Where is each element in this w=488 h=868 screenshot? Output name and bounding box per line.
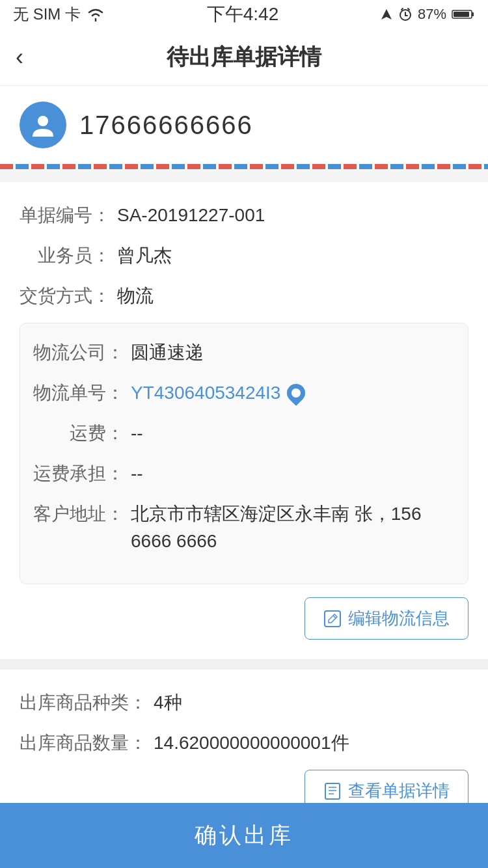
edit-logistics-label: 编辑物流信息 xyxy=(348,607,450,630)
salesman-row: 业务员： 曾凡杰 xyxy=(20,242,468,269)
document-info-section: 单据编号： SA-20191227-001 业务员： 曾凡杰 交货方式： 物流 … xyxy=(0,182,488,659)
svg-line-5 xyxy=(408,8,409,10)
freight-bear-value: -- xyxy=(124,460,455,487)
document-icon xyxy=(323,782,342,800)
goods-types-label: 出库商品种类： xyxy=(20,689,147,716)
logistics-company-label: 物流公司： xyxy=(33,339,124,366)
tracking-location-icon[interactable] xyxy=(284,380,310,406)
doc-number-value: SA-20191227-001 xyxy=(111,202,468,229)
freight-bear-label: 运费承担： xyxy=(33,460,124,487)
goods-quantity-row: 出库商品数量： 14.620000000000001件 xyxy=(20,729,468,757)
battery-label: 87% xyxy=(418,6,446,23)
logistics-card: 物流公司： 圆通速递 物流单号： YT43064053424I3 运费： -- … xyxy=(20,323,468,584)
user-header: 17666666666 xyxy=(0,86,488,164)
battery-icon xyxy=(452,8,475,20)
doc-number-label: 单据编号： xyxy=(20,202,111,229)
address-label: 客户地址： xyxy=(33,500,124,528)
confirm-outbound-button[interactable]: 确认出库 xyxy=(0,803,488,868)
svg-rect-12 xyxy=(325,783,340,799)
freight-bear-row: 运费承担： -- xyxy=(33,460,455,487)
salesman-value: 曾凡杰 xyxy=(111,242,468,269)
status-right: 87% xyxy=(380,6,475,23)
svg-rect-10 xyxy=(325,611,340,627)
delivery-method-value: 物流 xyxy=(111,282,468,310)
freight-row: 运费： -- xyxy=(33,420,455,447)
goods-types-value: 4种 xyxy=(147,689,468,716)
logistics-company-row: 物流公司： 圆通速递 xyxy=(33,339,455,366)
goods-quantity-value: 14.620000000000001件 xyxy=(147,729,468,757)
status-bar: 无 SIM 卡 下午4:42 87% xyxy=(0,0,488,29)
svg-marker-0 xyxy=(381,9,392,20)
location-arrow-icon xyxy=(380,8,393,21)
back-button[interactable]: ‹ xyxy=(16,44,23,71)
svg-line-11 xyxy=(333,616,336,618)
wifi-icon xyxy=(86,7,105,21)
freight-value: -- xyxy=(124,420,455,447)
tracking-value: YT43064053424I3 xyxy=(124,379,455,407)
address-value: 北京市市辖区海淀区永丰南 张，156 6666 6666 xyxy=(124,500,455,555)
delivery-method-row: 交货方式： 物流 xyxy=(20,282,468,310)
svg-rect-7 xyxy=(454,12,469,17)
nav-bar: ‹ 待出库单据详情 xyxy=(0,29,488,86)
tracking-label: 物流单号： xyxy=(33,379,124,407)
salesman-label: 业务员： xyxy=(20,242,111,269)
tracking-row: 物流单号： YT43064053424I3 xyxy=(33,379,455,407)
carrier-label: 无 SIM 卡 xyxy=(13,4,81,25)
doc-number-row: 单据编号： SA-20191227-001 xyxy=(20,202,468,229)
freight-label: 运费： xyxy=(33,420,124,447)
confirm-button-label: 确认出库 xyxy=(195,821,293,850)
status-left: 无 SIM 卡 xyxy=(13,4,105,25)
edit-icon xyxy=(323,610,342,628)
user-icon xyxy=(29,111,57,139)
user-phone: 17666666666 xyxy=(79,111,253,140)
delivery-method-label: 交货方式： xyxy=(20,282,111,310)
address-row: 客户地址： 北京市市辖区海淀区永丰南 张，156 6666 6666 xyxy=(33,500,455,555)
svg-point-9 xyxy=(38,116,48,126)
logistics-company-value: 圆通速递 xyxy=(124,339,455,366)
alarm-icon xyxy=(398,7,413,21)
edit-logistics-button[interactable]: 编辑物流信息 xyxy=(305,597,468,640)
edit-logistics-container: 编辑物流信息 xyxy=(20,597,468,640)
status-time: 下午4:42 xyxy=(207,2,279,27)
goods-quantity-label: 出库商品数量： xyxy=(20,729,147,757)
page-title: 待出库单据详情 xyxy=(167,42,321,72)
svg-rect-8 xyxy=(472,12,474,16)
avatar xyxy=(20,102,66,148)
view-details-label: 查看单据详情 xyxy=(348,780,450,802)
decorative-divider xyxy=(0,164,488,169)
section-divider xyxy=(0,659,488,670)
svg-line-4 xyxy=(401,8,403,10)
goods-types-row: 出库商品种类： 4种 xyxy=(20,689,468,716)
